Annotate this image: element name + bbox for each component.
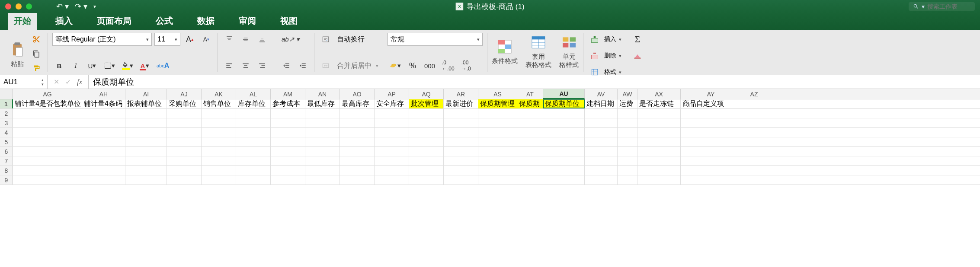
phonetic-guide-button[interactable]: abcA <box>154 59 171 72</box>
tab-page-layout[interactable]: 页面布局 <box>91 13 138 30</box>
cell[interactable]: 建档日期 <box>585 99 618 108</box>
cell[interactable]: 最低库存 <box>305 99 340 108</box>
cell[interactable] <box>741 118 767 127</box>
row-header[interactable]: 4 <box>0 128 13 137</box>
cell[interactable] <box>202 128 236 137</box>
cell[interactable] <box>125 175 167 184</box>
cell[interactable] <box>478 109 517 118</box>
decrease-decimal-button[interactable]: .00→.0 <box>459 59 473 72</box>
cell[interactable] <box>236 118 271 127</box>
cell[interactable] <box>681 166 741 175</box>
increase-decimal-button[interactable]: .0←.00 <box>440 59 457 72</box>
cell[interactable] <box>637 118 681 127</box>
cell[interactable]: 销售单位 <box>202 99 236 108</box>
formula-input[interactable]: 保质期单位 <box>89 76 980 88</box>
cell[interactable] <box>13 147 82 156</box>
column-header[interactable]: AP <box>375 89 409 99</box>
orientation-button[interactable]: ab↗ ▾ <box>279 33 302 46</box>
cell[interactable] <box>618 156 637 165</box>
cell[interactable] <box>585 109 618 118</box>
tab-formulas[interactable]: 公式 <box>150 13 179 30</box>
cell[interactable] <box>585 128 618 137</box>
cell[interactable] <box>637 166 681 175</box>
cell[interactable] <box>637 137 681 146</box>
fill-color-button[interactable]: ▾ <box>120 59 135 72</box>
cell[interactable] <box>618 147 637 156</box>
cell[interactable] <box>517 175 543 184</box>
cell[interactable] <box>637 109 681 118</box>
cell[interactable] <box>340 128 375 137</box>
row-header[interactable]: 2 <box>0 109 13 118</box>
cell[interactable] <box>543 156 585 165</box>
search-input[interactable] <box>927 3 970 10</box>
cell[interactable] <box>517 128 543 137</box>
cell[interactable] <box>409 175 444 184</box>
autosum-button[interactable]: Σ <box>631 33 644 46</box>
cell[interactable] <box>681 128 741 137</box>
cell[interactable] <box>478 137 517 146</box>
cell[interactable] <box>305 109 340 118</box>
align-bottom-button[interactable] <box>255 33 269 46</box>
cell[interactable] <box>125 156 167 165</box>
cell[interactable] <box>305 156 340 165</box>
cell[interactable] <box>167 175 202 184</box>
column-header[interactable]: AR <box>444 89 478 99</box>
cell-styles-button[interactable]: 单元 格样式 <box>559 33 579 69</box>
format-painter-button[interactable] <box>29 62 43 75</box>
font-color-button[interactable]: A ▾ <box>138 59 152 72</box>
cell[interactable] <box>444 109 478 118</box>
cell[interactable] <box>375 156 409 165</box>
cell[interactable] <box>585 175 618 184</box>
cell[interactable] <box>478 156 517 165</box>
column-header[interactable]: AH <box>82 89 125 99</box>
italic-button[interactable]: I <box>69 59 83 72</box>
select-all-corner[interactable] <box>0 89 13 99</box>
wrap-text-button[interactable] <box>319 33 333 46</box>
cell[interactable] <box>681 137 741 146</box>
cell[interactable] <box>125 147 167 156</box>
cell[interactable] <box>618 118 637 127</box>
cell[interactable]: 安全库存 <box>375 99 409 108</box>
cell[interactable] <box>340 156 375 165</box>
cell[interactable] <box>637 128 681 137</box>
cell[interactable] <box>340 166 375 175</box>
cell[interactable] <box>202 156 236 165</box>
align-center-button[interactable] <box>239 59 253 72</box>
enter-formula-icon[interactable]: ✓ <box>65 78 71 86</box>
name-box[interactable]: AU1 ▴▾ <box>0 75 48 89</box>
cell[interactable]: 采购单位 <box>167 99 202 108</box>
cell[interactable] <box>202 109 236 118</box>
cell[interactable] <box>585 147 618 156</box>
cell[interactable] <box>13 137 82 146</box>
cell[interactable] <box>82 175 125 184</box>
number-format-dropdown[interactable]: 常规▾ <box>388 33 483 46</box>
decrease-font-button[interactable]: A▾ <box>199 33 213 46</box>
cell[interactable] <box>478 175 517 184</box>
clear-button[interactable] <box>631 49 644 62</box>
percent-button[interactable]: % <box>406 59 420 72</box>
column-header[interactable]: AW <box>618 89 637 99</box>
column-header[interactable]: AU <box>543 89 585 99</box>
column-header[interactable]: AJ <box>167 89 202 99</box>
cell[interactable] <box>13 166 82 175</box>
cell[interactable] <box>13 128 82 137</box>
cell[interactable] <box>340 118 375 127</box>
column-header[interactable]: AN <box>305 89 340 99</box>
cell[interactable] <box>305 118 340 127</box>
cell[interactable] <box>271 175 305 184</box>
underline-button[interactable]: U ▾ <box>85 59 99 72</box>
cell[interactable] <box>543 147 585 156</box>
cell[interactable] <box>444 147 478 156</box>
cell[interactable] <box>681 147 741 156</box>
column-header[interactable]: AK <box>202 89 236 99</box>
cell[interactable]: 最新进价 <box>444 99 478 108</box>
cell[interactable] <box>618 166 637 175</box>
cell[interactable]: 参考成本 <box>271 99 305 108</box>
cell[interactable] <box>271 128 305 137</box>
cell[interactable] <box>340 109 375 118</box>
cell[interactable] <box>543 109 585 118</box>
cell[interactable] <box>478 166 517 175</box>
cell[interactable] <box>517 156 543 165</box>
cell[interactable] <box>167 156 202 165</box>
cell[interactable] <box>82 156 125 165</box>
